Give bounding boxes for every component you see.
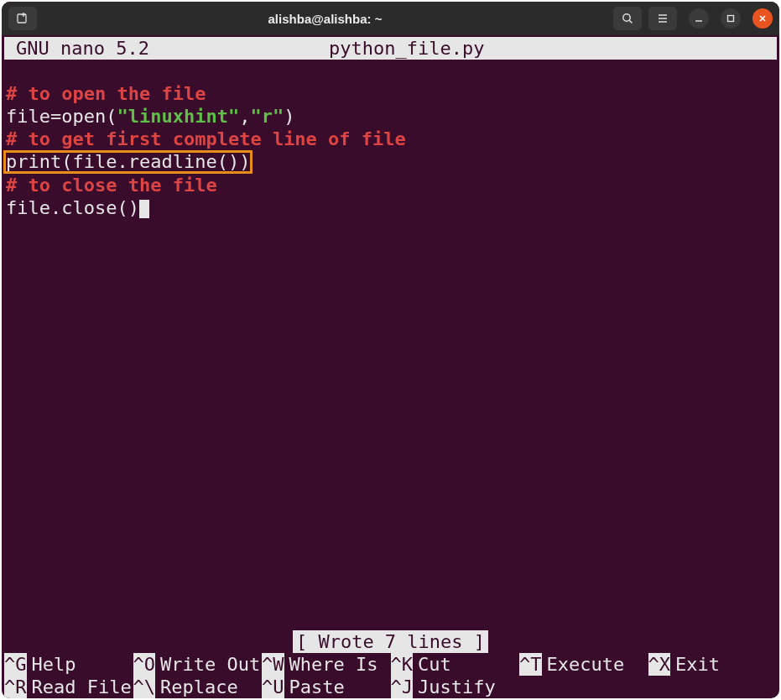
code-comment: # to close the file [6,175,217,196]
code-comment: # to get first complete line of file [6,128,406,149]
shortcut-exit[interactable]: ^XExit [648,653,778,676]
shortcut-justify[interactable]: ^JJustify [391,676,520,698]
nano-status-line: [ Wrote 7 lines ] [2,630,779,653]
shortcut-readfile[interactable]: ^RRead File [4,676,133,698]
shortcut-help[interactable]: ^GHelp [4,653,133,676]
code-text: ) [284,106,294,127]
window-titlebar: alishba@alishba: ~ [2,2,779,35]
svg-point-3 [623,14,630,21]
code-string: "r" [250,106,284,127]
window-title: alishba@alishba: ~ [44,12,607,26]
code-string: "linuxhint" [117,106,239,127]
close-button[interactable] [752,8,773,29]
svg-rect-9 [728,16,734,22]
menu-button[interactable] [648,7,677,30]
highlighted-line: print(file.readline()) [3,150,253,174]
minimize-button[interactable] [689,8,709,29]
maximize-icon [726,13,736,24]
code-comment: # to open the file [6,83,206,104]
svg-line-4 [629,20,632,23]
editor-content[interactable]: # to open the file file=open("linuxhint"… [4,60,777,219]
terminal-window: alishba@alishba: ~ GNU nano 5.2 python_f… [2,2,779,698]
nano-app-name: GNU nano 5.2 [4,37,149,60]
text-cursor [139,200,149,218]
code-text: file.close() [6,197,139,218]
nano-shortcuts: ^GHelp ^OWrite Out ^WWhere Is ^KCut ^TEx… [2,653,779,698]
new-tab-button[interactable] [8,7,37,30]
nano-filename: python_file.py [149,37,777,60]
search-button[interactable] [613,7,642,30]
shortcut-execute[interactable]: ^TExecute [519,653,648,676]
shortcut-writeout[interactable]: ^OWrite Out [133,653,263,676]
code-text: , [239,106,250,127]
maximize-button[interactable] [721,8,741,29]
svg-rect-0 [18,14,26,23]
code-text: print(file.readline()) [6,151,250,172]
nano-header: GNU nano 5.2 python_file.py [4,37,777,60]
hamburger-icon [656,12,669,25]
shortcut-cut[interactable]: ^KCut [391,653,520,676]
minimize-icon [694,13,704,24]
shortcut-replace[interactable]: ^\Replace [133,676,263,698]
shortcut-whereis[interactable]: ^WWhere Is [262,653,391,676]
shortcut-paste[interactable]: ^UPaste [262,676,391,698]
terminal-area[interactable]: GNU nano 5.2 python_file.py # to open th… [2,35,779,698]
code-text: file=open( [6,106,117,127]
search-icon [621,12,634,25]
nano-status-text: [ Wrote 7 lines ] [293,630,488,653]
close-icon [758,13,768,24]
